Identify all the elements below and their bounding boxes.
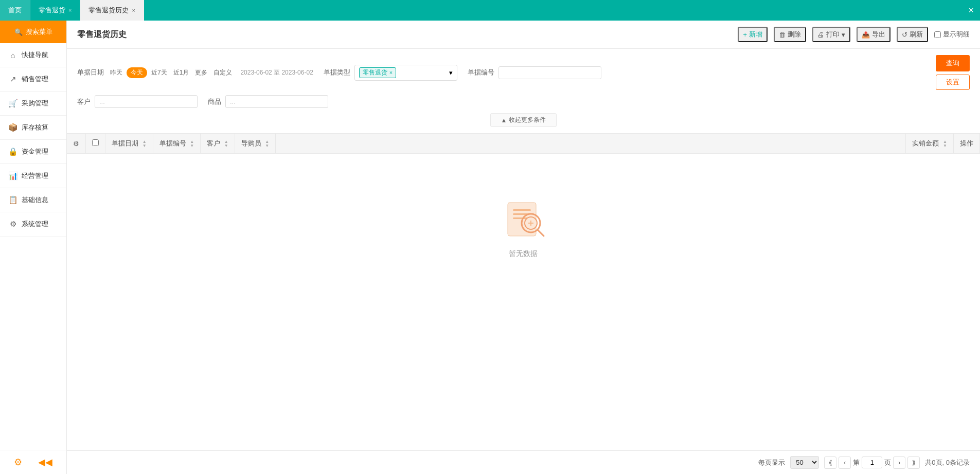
print-chevron-icon	[842, 31, 845, 39]
collapse-button[interactable]: ▲ 收起更多条件	[490, 113, 557, 127]
th-checkbox[interactable]	[86, 134, 105, 154]
type-filter-label: 单据类型	[324, 68, 350, 77]
home-icon: ⌂	[8, 50, 17, 60]
page-nav: ⟪ ‹ 第 页 › ⟫	[824, 457, 920, 469]
settings-icon[interactable]: ⚙	[73, 140, 79, 148]
page-header: 零售退货历史 + 新增 🗑 删除 🖨 打印 📤 导出	[67, 21, 980, 49]
sidebar-bottom: ⚙ ◀◀	[0, 450, 66, 474]
sidebar-item-finance[interactable]: 🔒 资金管理	[0, 140, 66, 164]
tab-retail-return-label: 零售退货	[39, 6, 65, 15]
sidebar-item-basic-info-label: 基础信息	[22, 195, 48, 205]
new-button[interactable]: + 新增	[738, 27, 768, 42]
date-option-yesterday[interactable]: 昨天	[108, 67, 124, 78]
tab-home-label: 首页	[8, 6, 22, 15]
collapse-row: ▲ 收起更多条件	[77, 113, 970, 127]
date-option-more[interactable]: 更多	[193, 67, 209, 78]
th-customer-sort[interactable]	[224, 140, 228, 148]
th-number-label: 单据编号	[159, 139, 186, 147]
basic-info-icon: 📋	[8, 195, 17, 205]
settings-bottom-icon[interactable]: ⚙	[14, 457, 22, 468]
goods-filter-group: 商品	[208, 95, 328, 108]
date-options: 昨天 今天 近7天 近1月 更多 自定义	[108, 67, 234, 78]
delete-label: 删除	[788, 30, 801, 39]
tab-retail-return-close[interactable]: ×	[68, 7, 72, 13]
select-all-checkbox[interactable]	[92, 139, 99, 146]
sidebar-item-purchase-label: 采购管理	[22, 99, 48, 108]
sidebar: 🔍 搜索菜单 ⌂ 快捷导航 ↗ 销售管理 🛒 采购管理 📦 库存核算 🔒 资金管…	[0, 21, 67, 474]
th-guide: 导购员	[235, 134, 276, 154]
sidebar-item-operation[interactable]: 📊 经营管理	[0, 164, 66, 188]
th-date-sort[interactable]	[142, 140, 147, 148]
tab-retail-return[interactable]: 零售退货 ×	[30, 0, 80, 21]
last-page-btn[interactable]: ⟫	[907, 457, 920, 469]
refresh-icon: ↺	[902, 31, 907, 39]
date-range: 2023-06-02 至 2023-06-02	[240, 68, 313, 77]
display-toggle-checkbox[interactable]	[934, 31, 941, 38]
goods-filter-label: 商品	[208, 97, 221, 106]
tab-bar: 首页 零售退货 × 零售退货历史 × ×	[0, 0, 980, 21]
customer-filter-input[interactable]	[95, 95, 198, 108]
number-filter-input[interactable]	[498, 66, 601, 79]
query-button[interactable]: 查询	[936, 55, 970, 71]
sidebar-item-purchase[interactable]: 🛒 采购管理	[0, 92, 66, 116]
print-icon: 🖨	[817, 31, 824, 39]
date-option-1month[interactable]: 近1月	[171, 67, 191, 78]
tab-retail-return-history[interactable]: 零售退货历史 ×	[80, 0, 144, 21]
sidebar-item-quick-nav[interactable]: ⌂ 快捷导航	[0, 43, 66, 67]
window-close-btn[interactable]: ×	[968, 6, 974, 15]
page-input[interactable]	[862, 457, 882, 468]
next-page-btn[interactable]: ›	[893, 457, 905, 469]
sidebar-item-inventory[interactable]: 📦 库存核算	[0, 116, 66, 140]
sidebar-item-system[interactable]: ⚙ 系统管理	[0, 212, 66, 236]
tab-home[interactable]: 首页	[0, 0, 30, 21]
type-filter-select[interactable]: 零售退货 ×	[354, 65, 457, 81]
first-page-btn[interactable]: ⟪	[824, 457, 836, 469]
th-amount-sort[interactable]	[943, 140, 947, 148]
date-option-7days[interactable]: 近7天	[149, 67, 169, 78]
th-customer-label: 客户	[207, 139, 220, 147]
th-guide-sort[interactable]	[265, 140, 269, 148]
sidebar-item-sales[interactable]: ↗ 销售管理	[0, 67, 66, 92]
table-body: 暂无数据	[67, 154, 980, 300]
export-button[interactable]: 📤 导出	[857, 27, 890, 42]
set-button[interactable]: 设置	[936, 75, 970, 90]
th-date: 单据日期	[105, 134, 153, 154]
sidebar-item-sales-label: 销售管理	[22, 75, 48, 84]
operation-icon: 📊	[8, 171, 17, 180]
inventory-icon: 📦	[8, 123, 17, 132]
date-filter-group: 单据日期 昨天 今天 近7天 近1月 更多 自定义 2023-06-02 至 2…	[77, 67, 313, 78]
sidebar-item-system-label: 系统管理	[22, 220, 48, 229]
audio-bottom-icon[interactable]: ◀◀	[38, 457, 52, 468]
print-button[interactable]: 🖨 打印	[812, 27, 850, 42]
sidebar-search[interactable]: 🔍 搜索菜单	[0, 21, 66, 43]
data-table: ⚙ 单据日期 单据编号	[67, 134, 980, 300]
th-number-sort[interactable]	[190, 140, 194, 148]
number-filter-group: 单据编号	[468, 66, 601, 79]
content-area: 零售退货历史 + 新增 🗑 删除 🖨 打印 📤 导出	[67, 21, 980, 474]
date-option-today[interactable]: 今天	[127, 67, 147, 78]
th-amount: 实销金额	[906, 134, 954, 154]
display-toggle[interactable]: 显示明细	[934, 30, 970, 39]
tab-retail-return-history-close[interactable]: ×	[132, 7, 135, 13]
date-option-custom[interactable]: 自定义	[211, 67, 234, 78]
page-size-label: 每页显示	[758, 458, 785, 467]
page-size-select[interactable]: 10 20 50 100	[790, 456, 819, 469]
th-customer: 客户	[201, 134, 235, 154]
goods-filter-input[interactable]	[225, 95, 328, 108]
number-filter-label: 单据编号	[468, 68, 494, 77]
refresh-button[interactable]: ↺ 刷新	[897, 27, 928, 42]
prev-page-btn[interactable]: ‹	[839, 457, 851, 469]
customer-filter-label: 客户	[77, 97, 91, 106]
filter-row-2: 客户 商品	[77, 95, 970, 108]
collapse-up-icon: ▲	[501, 117, 507, 124]
sales-icon: ↗	[8, 75, 17, 84]
delete-button[interactable]: 🗑 删除	[774, 27, 806, 42]
svg-line-6	[538, 230, 544, 236]
sidebar-item-basic-info[interactable]: 📋 基础信息	[0, 188, 66, 212]
sort-down-icon	[190, 144, 194, 148]
type-tag-close[interactable]: ×	[389, 69, 393, 76]
page-total-info: 共0页, 0条记录	[925, 458, 970, 467]
print-label: 打印	[826, 30, 840, 39]
th-settings[interactable]: ⚙	[67, 134, 86, 154]
empty-illustration	[497, 195, 549, 241]
